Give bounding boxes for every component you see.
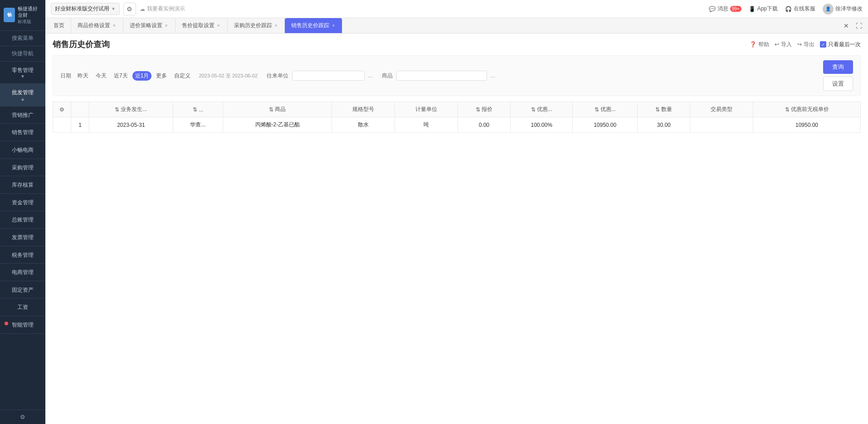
tab-close-sale-extract[interactable]: ×: [216, 23, 221, 28]
workspace-selector[interactable]: 好业财标准版交付试用 ▼: [51, 3, 120, 15]
customer-filter-group: 往来单位 ...: [267, 71, 373, 81]
workspace-arrow-icon: ▼: [111, 6, 116, 11]
sidebar-item-assets[interactable]: 固定资产: [0, 281, 45, 299]
col-qty[interactable]: ⇅ 数量: [638, 102, 690, 117]
sidebar-item-inventory[interactable]: 库存核算: [0, 176, 45, 194]
date-opt-custom[interactable]: 自定义: [171, 71, 193, 81]
tab-purchase-history[interactable]: 采购历史价跟踪 ×: [228, 18, 285, 33]
col-price[interactable]: ⇅ 报价: [458, 102, 510, 117]
cell-product: 丙烯酸-2-乙基已酯: [223, 117, 332, 133]
tab-close-price[interactable]: ×: [112, 23, 117, 28]
topbar-settings-button[interactable]: ⚙: [123, 3, 136, 15]
date-opt-yesterday[interactable]: 昨天: [75, 71, 91, 81]
date-opt-more[interactable]: 更多: [153, 71, 170, 81]
tab-purchase-strategy[interactable]: 进价策略设置 ×: [123, 18, 176, 33]
sidebar-item-ecommerce-small[interactable]: 小畅电商: [0, 141, 45, 159]
sidebar-item-smart[interactable]: 智能管理: [0, 316, 45, 334]
tabs-bar: 首页 商品价格设置 × 进价策略设置 × 售价提取设置 × 采购历史价跟踪 × …: [45, 18, 868, 34]
cell-index: 1: [71, 117, 89, 133]
import-button[interactable]: ↩ 导入: [775, 41, 792, 48]
table-row[interactable]: 1 2023-05-31 华查... 丙烯酸-2-乙基已酯 散水 吨 0.00 …: [53, 117, 861, 133]
customer-input[interactable]: [292, 71, 365, 81]
gear-icon: ⚙: [59, 106, 64, 113]
tab-close-purchase-strategy[interactable]: ×: [164, 23, 169, 28]
tab-home[interactable]: 首页: [47, 18, 71, 33]
main-content: 好业财标准版交付试用 ▼ ⚙ ☁ 我要看实例演示 💬 消息 99+ 📱 App下…: [45, 0, 868, 424]
tabs-actions: ✕ ⛶: [841, 20, 866, 31]
sidebar-quick-nav[interactable]: 快捷导航: [0, 46, 45, 62]
sidebar: 畅 畅捷通好业财 标准版 搜索菜单 快捷导航 零售管理 ▼ 批发管理 ▲ 营销推…: [0, 0, 45, 424]
col-pretax[interactable]: ⇅ 优惠前无税单价: [753, 102, 861, 117]
tab-sale-history[interactable]: 销售历史价跟踪 ×: [285, 18, 342, 33]
product-label: 商品: [382, 72, 393, 80]
sidebar-search[interactable]: 搜索菜单: [0, 31, 45, 46]
export-button[interactable]: ↪ 导出: [797, 41, 814, 48]
headphone-icon: 🎧: [785, 6, 792, 12]
settings-button[interactable]: 设置: [823, 77, 853, 91]
date-opt-last7[interactable]: 近7天: [111, 71, 131, 81]
tab-close-window-button[interactable]: ✕: [841, 20, 852, 31]
col-product[interactable]: ⇅ 商品: [223, 102, 332, 117]
cell-discount1: 100.00%: [511, 117, 573, 133]
sidebar-item-payroll[interactable]: 工资: [0, 299, 45, 316]
logo-sub: 标准版: [18, 19, 42, 25]
tab-maximize-button[interactable]: ⛶: [853, 20, 864, 31]
sidebar-settings[interactable]: ⚙: [0, 410, 45, 424]
col-discount2[interactable]: ⇅ 优惠...: [573, 102, 638, 117]
message-badge: 99+: [730, 6, 741, 12]
date-opt-last1m[interactable]: 近1月: [132, 71, 152, 81]
product-filter-group: 商品 ...: [382, 71, 495, 81]
sidebar-item-wholesale[interactable]: 批发管理 ▲: [0, 84, 45, 106]
top-bar-right: 💬 消息 99+ 📱 App下载 🎧 在线客服 👤 徐泽华修改: [709, 4, 863, 14]
message-icon: 💬: [709, 6, 716, 12]
sort-icon: ⇅: [785, 106, 790, 113]
top-bar: 好业财标准版交付试用 ▼ ⚙ ☁ 我要看实例演示 💬 消息 99+ 📱 App下…: [45, 0, 868, 18]
tab-sale-extract[interactable]: 售价提取设置 ×: [176, 18, 228, 33]
customer-dots[interactable]: ...: [368, 72, 373, 79]
table-body: 1 2023-05-31 华查... 丙烯酸-2-乙基已酯 散水 吨 0.00 …: [53, 117, 861, 133]
cell-spec: 散水: [332, 117, 395, 133]
cell-qty: 30.00: [638, 117, 690, 133]
col-txtype: 交易类型: [690, 102, 753, 117]
sidebar-item-invoice[interactable]: 发票管理: [0, 229, 45, 246]
help-icon: ❓: [750, 41, 756, 48]
user-profile-button[interactable]: 👤 徐泽华修改: [823, 4, 863, 14]
tab-close-sale-history[interactable]: ×: [331, 23, 336, 28]
sidebar-item-ecommerce[interactable]: 电商管理: [0, 264, 45, 281]
demo-link[interactable]: ☁ 我要看实例演示: [140, 5, 185, 13]
tab-price[interactable]: 商品价格设置 ×: [71, 18, 123, 33]
col-more[interactable]: ⇅ ...: [173, 102, 223, 117]
date-opt-today[interactable]: 今天: [93, 71, 109, 81]
help-button[interactable]: ❓ 帮助: [750, 41, 769, 48]
tab-close-purchase-history[interactable]: ×: [274, 23, 278, 28]
sort-icon: ⇅: [476, 106, 480, 113]
online-service-button[interactable]: 🎧 在线客服: [785, 5, 815, 13]
cell-price: 0.00: [458, 117, 510, 133]
sidebar-item-finance[interactable]: 资金管理: [0, 194, 45, 212]
page-header: 销售历史价查询 ❓ 帮助 ↩ 导入 ↪ 导出 ✓ 只看最后一次: [53, 39, 861, 50]
col-date[interactable]: ⇅ 业务发生...: [89, 102, 173, 117]
sidebar-item-sales[interactable]: 销售管理: [0, 124, 45, 141]
page-actions: ❓ 帮助 ↩ 导入 ↪ 导出 ✓ 只看最后一次: [750, 41, 861, 48]
query-button[interactable]: 查询: [823, 60, 853, 74]
gear-icon: ⚙: [127, 5, 132, 13]
app-logo: 畅 畅捷通好业财 标准版: [0, 0, 45, 31]
col-index: [71, 102, 89, 117]
checkbox-checked-icon: ✓: [820, 41, 826, 48]
product-input[interactable]: [396, 71, 487, 81]
only-last-checkbox[interactable]: ✓ 只看最后一次: [820, 41, 861, 48]
cell-pretax: 10950.00: [753, 117, 861, 133]
app-download-button[interactable]: 📱 App下载: [749, 5, 778, 13]
sort-icon: ⇅: [595, 106, 599, 113]
col-gear[interactable]: ⚙: [53, 102, 71, 117]
messages-button[interactable]: 💬 消息 99+: [709, 5, 741, 13]
product-dots[interactable]: ...: [491, 72, 495, 79]
sidebar-item-accounting[interactable]: 总账管理: [0, 211, 45, 229]
sidebar-item-tax[interactable]: 税务管理: [0, 246, 45, 264]
sidebar-item-purchase[interactable]: 采购管理: [0, 159, 45, 177]
sidebar-item-retail[interactable]: 零售管理 ▼: [0, 62, 45, 84]
phone-icon: 📱: [749, 6, 756, 12]
col-discount1[interactable]: ⇅ 优惠...: [511, 102, 573, 117]
cell-txtype: [690, 117, 753, 133]
sidebar-item-marketing[interactable]: 营销推广: [0, 106, 45, 124]
